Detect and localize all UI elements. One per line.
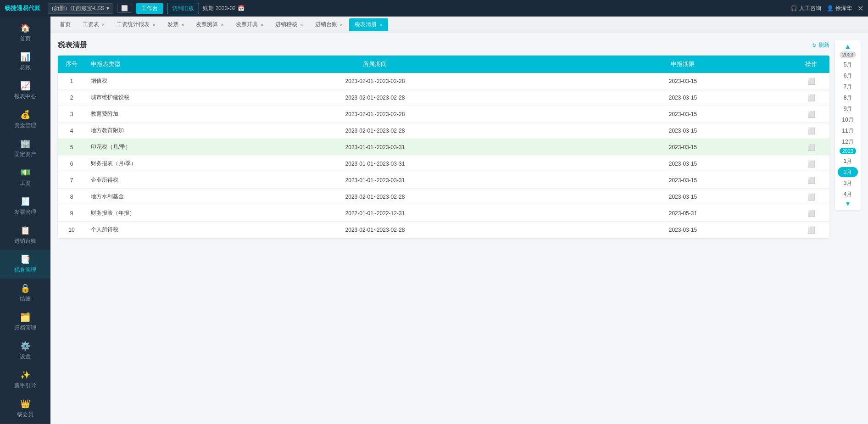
copy-button[interactable]: ⬜ — [117, 4, 132, 13]
cal-month-9[interactable]: 9月 — [838, 104, 858, 114]
sidebar-item-purchase[interactable]: 📋 进销台账 — [0, 221, 50, 250]
sidebar-item-settings[interactable]: ⚙️ 设置 — [0, 336, 50, 365]
sidebar-item-funds[interactable]: 💰 资金管理 — [0, 105, 50, 134]
top-bar: 畅捷通易代账 (勿删）江西服宝-LSS ▾ ⬜ 工作台 切到旧版 账期 2023… — [0, 0, 868, 17]
cal-year-label: 2023 — [840, 51, 856, 58]
tab-salary-report[interactable]: 工资统计报表 × — [111, 18, 161, 31]
cell-action: ⬜ — [793, 205, 829, 222]
action-icon[interactable]: ⬜ — [807, 111, 815, 118]
close-window-icon[interactable]: ✕ — [857, 4, 863, 13]
table-row: 8 地方水利基金 2023-02-01~2023-02-28 2023-03-1… — [58, 189, 829, 205]
sidebar-item-tax[interactable]: 📑 税务管理 — [0, 250, 50, 279]
period-display: 账期 2023-02 📅 — [203, 5, 245, 12]
tab-purchase-review-close[interactable]: × — [300, 22, 303, 28]
cell-action: ⬜ — [793, 89, 829, 106]
cal-month-2-active[interactable]: 2月 — [838, 167, 858, 177]
funds-icon: 💰 — [20, 110, 30, 120]
close-account-icon: 🔒 — [20, 283, 30, 293]
tab-purchase-ledger[interactable]: 进销台账 × — [310, 18, 348, 31]
company-selector[interactable]: (勿删）江西服宝-LSS ▾ — [48, 3, 113, 14]
action-icon[interactable]: ⬜ — [807, 210, 815, 217]
tab-invoice-calc[interactable]: 发票测算 × — [190, 18, 229, 31]
action-icon[interactable]: ⬜ — [807, 127, 815, 134]
cell-deadline: 2023-03-15 — [573, 222, 793, 238]
cell-action: ⬜ — [793, 222, 829, 238]
user-info[interactable]: 👤 徐泽华 — [827, 5, 852, 12]
consult-btn[interactable]: 🎧 人工咨询 — [790, 5, 821, 12]
cell-type: 财务报表（年报） — [85, 205, 177, 222]
table-row: 2 城市维护建设税 2023-02-01~2023-02-28 2023-03-… — [58, 89, 829, 106]
sidebar-item-guide[interactable]: ✨ 新手引导 — [0, 365, 50, 394]
cal-month-12[interactable]: 12月 — [838, 137, 858, 147]
cell-type: 印花税（月/季） — [85, 139, 177, 156]
sidebar-item-salary[interactable]: 💵 工资 — [0, 163, 50, 192]
switch-old-button[interactable]: 切到旧版 — [167, 3, 199, 14]
action-icon[interactable]: ⬜ — [807, 193, 815, 201]
tab-invoice-calc-close[interactable]: × — [221, 22, 223, 28]
table-row: 7 企业所得税 2023-01-01~2023-03-31 2023-03-15… — [58, 172, 829, 189]
cell-deadline: 2023-03-15 — [573, 89, 793, 106]
tab-invoice[interactable]: 发票 × — [162, 18, 189, 31]
cell-deadline: 2023-03-15 — [573, 156, 793, 172]
sidebar-item-close-account[interactable]: 🔒 结账 — [0, 279, 50, 307]
cal-month-3[interactable]: 3月 — [838, 178, 858, 188]
tab-bar: 首页 工资表 × 工资统计报表 × 发票 × 发票测算 × 发票开具 × — [50, 17, 868, 33]
tab-invoice-close[interactable]: × — [181, 22, 184, 28]
sidebar-item-home[interactable]: 🏠 首页 — [0, 18, 50, 47]
cell-action: ⬜ — [793, 139, 829, 156]
cell-period: 2023-01-01~2023-03-31 — [177, 156, 573, 172]
col-period: 所属期间 — [177, 56, 573, 73]
cal-month-10[interactable]: 10月 — [838, 115, 858, 125]
sidebar-item-invoice[interactable]: 🧾 发票管理 — [0, 192, 50, 221]
sidebar-label-member: 畅会员 — [17, 411, 33, 418]
calendar-up-btn[interactable]: ▲ — [844, 43, 851, 50]
tab-salary-table[interactable]: 工资表 × — [77, 18, 110, 31]
tab-salary-report-close[interactable]: × — [152, 22, 155, 28]
sidebar-item-ledger[interactable]: 📊 总账 — [0, 47, 50, 76]
cal-month-11[interactable]: 11月 — [838, 126, 858, 136]
action-icon[interactable]: ⬜ — [807, 160, 815, 167]
sidebar-label-funds: 资金管理 — [14, 122, 36, 129]
cell-deadline: 2023-03-15 — [573, 139, 793, 156]
tab-purchase-review[interactable]: 进销稽核 × — [270, 18, 308, 31]
action-icon[interactable]: ⬜ — [807, 94, 815, 101]
tab-invoice-open-close[interactable]: × — [261, 22, 263, 28]
sidebar-label-purchase: 进销台账 — [14, 237, 36, 245]
sidebar-item-member[interactable]: 👑 畅会员 — [0, 394, 50, 423]
cell-period: 2023-02-01~2023-02-28 — [177, 189, 573, 205]
calendar-icon[interactable]: 📅 — [238, 5, 245, 11]
tab-invoice-label: 发票 — [167, 21, 178, 28]
cal-month-7[interactable]: 7月 — [838, 82, 858, 92]
workbench-button[interactable]: 工作台 — [136, 3, 163, 14]
tab-invoice-open-label: 发票开具 — [236, 21, 258, 28]
sidebar-label-salary: 工资 — [20, 179, 31, 187]
cal-month-8[interactable]: 8月 — [838, 93, 858, 103]
action-icon[interactable]: ⬜ — [807, 78, 815, 85]
cell-deadline: 2023-03-15 — [573, 123, 793, 139]
cell-deadline: 2023-05-31 — [573, 205, 793, 222]
tab-invoice-calc-label: 发票测算 — [196, 21, 218, 28]
archive-icon: 🗂️ — [20, 312, 30, 322]
refresh-icon: ↻ — [812, 42, 817, 49]
tab-tax-register[interactable]: 税表清册 × — [349, 18, 388, 31]
action-icon[interactable]: ⬜ — [807, 144, 815, 151]
calendar-down-btn[interactable]: ▾ — [846, 200, 850, 207]
tax-icon: 📑 — [20, 254, 30, 264]
cal-month-1[interactable]: 1月 — [838, 156, 858, 166]
tab-invoice-open[interactable]: 发票开具 × — [230, 18, 269, 31]
tab-purchase-ledger-close[interactable]: × — [340, 22, 343, 28]
action-icon[interactable]: ⬜ — [807, 177, 815, 184]
sidebar-item-assets[interactable]: 🏢 固定资产 — [0, 134, 50, 163]
cal-month-6[interactable]: 6月 — [838, 71, 858, 81]
tab-salary-table-close[interactable]: × — [102, 22, 105, 28]
cell-type: 地方教育附加 — [85, 123, 177, 139]
tab-home[interactable]: 首页 — [54, 18, 76, 31]
action-icon[interactable]: ⬜ — [807, 226, 815, 234]
refresh-button[interactable]: ↻ 刷新 — [812, 41, 829, 49]
sidebar-item-report[interactable]: 📈 报表中心 — [0, 76, 50, 105]
top-bar-right: 🎧 人工咨询 👤 徐泽华 ✕ — [790, 4, 863, 13]
tab-tax-register-close[interactable]: × — [379, 22, 382, 28]
sidebar-item-archive[interactable]: 🗂️ 归档管理 — [0, 307, 50, 336]
cal-month-5[interactable]: 5月 — [838, 60, 858, 70]
cal-month-4[interactable]: 4月 — [838, 189, 858, 199]
